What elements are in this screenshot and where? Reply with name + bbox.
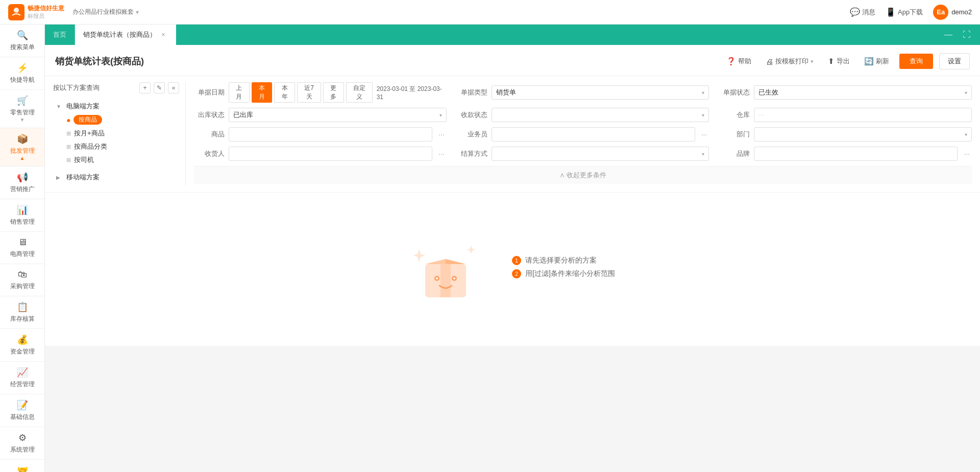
empty-hints: 1 请先选择要分析的方案 2 用[过滤]条件来缩小分析范围 xyxy=(512,256,615,282)
goods-input[interactable] xyxy=(229,127,432,141)
scheme-by-category[interactable]: ⊞ 按商品分类 xyxy=(63,140,179,153)
filter-row-3: 商品 ··· 业务员 xyxy=(194,127,972,141)
help-btn[interactable]: ❓ 帮助 xyxy=(722,55,755,68)
brand-more-icon[interactable]: ··· xyxy=(962,150,972,158)
warehouse-input[interactable]: ··· xyxy=(754,108,972,122)
edit-scheme-btn[interactable]: ✎ xyxy=(154,82,165,93)
scheme-cashier-icon: ⊞ xyxy=(66,157,71,163)
doc-status-label: 单据状态 xyxy=(719,88,750,97)
brand-input[interactable] xyxy=(754,147,958,161)
date-label: 单据日期 xyxy=(194,88,225,97)
department-arrow-icon: ▾ xyxy=(965,132,967,137)
doc-type-arrow-icon: ▾ xyxy=(702,90,704,96)
sidebar-item-operation[interactable]: 📈 经营管理 xyxy=(0,362,44,394)
warehouse-label: 仓库 xyxy=(719,110,750,120)
warehouse-value: ··· xyxy=(758,111,764,119)
refresh-btn[interactable]: 🔄 刷新 xyxy=(860,55,893,68)
tab-current[interactable]: 销货单统计表（按商品） × xyxy=(75,25,176,45)
sidebar-item-enterprise[interactable]: 🤝 企业协同 xyxy=(0,460,44,472)
payment-status-label: 收款状态 xyxy=(457,110,487,120)
doc-status-select[interactable]: 已生效 ▾ xyxy=(754,85,972,100)
sidebar-item-search[interactable]: 🔍 搜索菜单 xyxy=(0,25,44,57)
scheme-by-goods[interactable]: ● 按商品 xyxy=(63,113,179,127)
mobile-scheme-header[interactable]: ▶ 移动端方案 xyxy=(53,171,179,184)
date-this-year-btn[interactable]: 本年 xyxy=(274,82,295,103)
department-select[interactable]: ▾ xyxy=(754,127,972,141)
app-subtitle-area[interactable]: 办公用品行业模拟账套 ▾ xyxy=(68,8,139,16)
settlement-label: 结算方式 xyxy=(457,149,487,158)
sidebar-item-system[interactable]: ⚙ 系统管理 xyxy=(0,427,44,460)
salesperson-more-icon[interactable]: ··· xyxy=(699,130,709,138)
out-status-arrow-icon: ▾ xyxy=(439,112,442,118)
payment-status-arrow-icon: ▾ xyxy=(702,112,704,118)
filter-doc-type-item: 单据类型 销货单 ▾ xyxy=(457,85,709,100)
sidebar-item-ecommerce[interactable]: 🖥 电商管理 xyxy=(0,232,44,264)
date-more-btn[interactable]: 更多 xyxy=(323,82,344,103)
user-avatar-area[interactable]: Ea demo2 xyxy=(933,5,972,20)
edit-icon: ✎ xyxy=(157,84,162,91)
tab-home[interactable]: 首页 xyxy=(45,25,75,45)
minimize-btn[interactable]: — xyxy=(941,28,955,42)
goods-more-icon[interactable]: ··· xyxy=(436,130,447,138)
date-quick-buttons: 上月 本月 本年 近7天 更多 自定义 xyxy=(229,82,373,103)
page-title-bar: 销货单统计表(按商品) ❓ 帮助 🖨 按模板打印 ▾ xyxy=(45,45,980,76)
salesperson-label: 业务员 xyxy=(457,130,487,139)
settings-btn[interactable]: 设置 xyxy=(939,53,970,69)
collapse-scheme-btn[interactable]: « xyxy=(168,82,179,93)
date-last-7days-btn[interactable]: 近7天 xyxy=(297,82,321,103)
quick-nav-icon: ⚡ xyxy=(17,62,28,74)
date-last-month-btn[interactable]: 上月 xyxy=(229,82,250,103)
receiver-input[interactable] xyxy=(229,147,432,161)
sidebar-item-sales[interactable]: 📊 销售管理 xyxy=(0,199,44,232)
ecommerce-icon: 🖥 xyxy=(18,237,27,248)
sidebar-item-wholesale[interactable]: 📦 批发管理 ▲ xyxy=(0,128,44,167)
add-scheme-btn[interactable]: + xyxy=(139,82,151,93)
query-btn[interactable]: 查询 xyxy=(899,54,933,69)
date-this-month-btn[interactable]: 本月 xyxy=(252,82,273,103)
date-custom-btn[interactable]: 自定义 xyxy=(346,82,373,103)
maximize-btn[interactable]: ⛶ xyxy=(960,28,974,42)
sidebar-item-inventory[interactable]: 📋 库存核算 xyxy=(0,296,44,329)
avatar: Ea xyxy=(933,5,948,20)
scheme-by-month-goods[interactable]: ⊞ 按月+商品 xyxy=(63,127,179,140)
sidebar-item-basic[interactable]: 📝 基础信息 xyxy=(0,394,44,427)
scheme-by-cashier[interactable]: ⊞ 按司机 xyxy=(63,153,179,167)
sidebar-item-retail[interactable]: 🛒 零售管理 ▼ xyxy=(0,90,44,128)
sidebar-item-purchase[interactable]: 🛍 采购管理 xyxy=(0,264,44,296)
search-icon: 🔍 xyxy=(17,30,28,41)
page-container: 销货单统计表(按商品) ❓ 帮助 🖨 按模板打印 ▾ xyxy=(45,45,980,472)
filter-scheme-panel: 按以下方案查询 + ✎ « xyxy=(53,82,186,186)
tab-close-btn[interactable]: × xyxy=(159,31,167,39)
filter-payment-status-item: 收款状态 ▾ xyxy=(457,108,709,122)
export-btn[interactable]: ⬆ 导出 xyxy=(824,55,854,68)
sidebar-item-marketing[interactable]: 📢 营销推广 xyxy=(0,167,44,199)
settlement-select[interactable]: ▾ xyxy=(492,147,709,161)
sidebar-item-quick-nav[interactable]: ⚡ 快捷导航 xyxy=(0,57,44,90)
sidebar-label-purchase: 采购管理 xyxy=(10,282,35,291)
sidebar-label-wholesale: 批发管理 xyxy=(10,147,35,155)
brand-label: 品牌 xyxy=(719,149,750,158)
message-btn[interactable]: 💬 消息 xyxy=(850,7,875,17)
collapse-filter-btn[interactable]: ∧ 收起更多条件 xyxy=(194,166,972,184)
salesperson-input[interactable] xyxy=(492,127,695,141)
sidebar-label-ecommerce: 电商管理 xyxy=(10,250,35,258)
desktop-scheme-header[interactable]: ▼ 电脑端方案 xyxy=(53,100,179,113)
filter-warehouse-item: 仓库 ··· xyxy=(719,108,972,122)
receiver-more-icon[interactable]: ··· xyxy=(436,150,447,158)
refresh-icon: 🔄 xyxy=(864,57,874,66)
basic-icon: 📝 xyxy=(17,399,28,411)
doc-status-value: 已生效 xyxy=(758,88,778,97)
app-download-btn[interactable]: 📱 App下载 xyxy=(886,7,923,17)
out-status-select[interactable]: 已出库 ▾ xyxy=(229,108,447,122)
mobile-expand-icon: ▶ xyxy=(56,175,63,180)
svg-point-5 xyxy=(436,277,438,279)
sidebar-label-retail: 零售管理 xyxy=(10,108,35,117)
sidebar-item-finance[interactable]: 💰 资金管理 xyxy=(0,329,44,362)
print-btn[interactable]: 🖨 按模板打印 ▾ xyxy=(762,55,818,68)
payment-status-select[interactable]: ▾ xyxy=(492,108,709,122)
filter-doc-status-item: 单据状态 已生效 ▾ xyxy=(719,85,972,100)
sidebar-nav: 🔍 搜索菜单 ⚡ 快捷导航 🛒 零售管理 ▼ 📦 批发管理 ▲ 📢 营销推广 xyxy=(0,25,45,472)
filter-section: 按以下方案查询 + ✎ « xyxy=(45,76,980,193)
date-range-display: 2023-03-01 至 2023-03-31 xyxy=(377,85,447,101)
doc-type-select[interactable]: 销货单 ▾ xyxy=(492,85,709,100)
